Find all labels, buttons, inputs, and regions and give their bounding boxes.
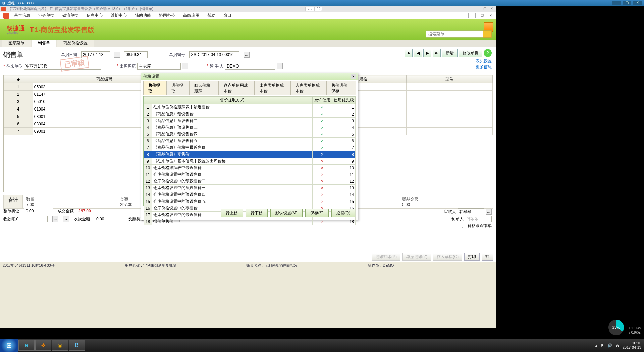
dialog-row[interactable]: 2《商品信息》预设售价一✓2 bbox=[144, 111, 356, 118]
menu-money[interactable]: 钱流单据 bbox=[59, 13, 82, 18]
price-track-checkbox[interactable] bbox=[462, 224, 466, 228]
header-settings-link[interactable]: 表头设置 bbox=[476, 58, 492, 64]
tab-graph-menu[interactable]: 图形菜单 bbox=[2, 39, 31, 47]
nav-first[interactable]: ⏮ bbox=[405, 49, 413, 57]
menu-coop[interactable]: 协同办公 bbox=[156, 13, 178, 18]
tray-up-icon[interactable]: ▴ bbox=[595, 343, 597, 348]
menu-window[interactable]: 窗口 bbox=[220, 13, 235, 18]
mdi-close[interactable]: ✕ bbox=[486, 13, 493, 18]
default-button[interactable]: 默认设置(M) bbox=[270, 209, 303, 217]
dialog-row[interactable]: 13仓库价格设置中的预设售价三×13 bbox=[144, 185, 356, 191]
chevron-down-icon[interactable]: ⌄⌄ bbox=[305, 7, 315, 11]
account-picker[interactable]: … bbox=[52, 216, 58, 222]
menu-adv[interactable]: 高级应用 bbox=[180, 13, 203, 18]
tab-sales[interactable]: 销售单 bbox=[32, 39, 56, 47]
dialog-row[interactable]: 4《商品信息》预设售价三✓4 bbox=[144, 124, 356, 131]
mdi-min[interactable]: – bbox=[468, 13, 476, 18]
app-max[interactable]: ▢ bbox=[481, 7, 488, 11]
tray-clock[interactable]: 10:16 2017-04-13 bbox=[623, 341, 641, 349]
totaldisc-input[interactable]: 0.00 bbox=[24, 208, 53, 214]
auditor-picker[interactable]: … bbox=[486, 209, 492, 215]
tray-network-icon[interactable]: 🖧 bbox=[615, 343, 619, 347]
remote-max[interactable]: ▢ bbox=[623, 1, 631, 5]
app-close[interactable]: ✕ bbox=[488, 7, 495, 11]
menu-search-input[interactable] bbox=[426, 30, 483, 38]
taskbar-app1-icon[interactable]: ❖ bbox=[35, 340, 51, 351]
time-input[interactable]: 08:59:34 bbox=[124, 51, 148, 58]
auditor-input[interactable]: 韩翠翠 bbox=[458, 208, 484, 215]
nav-last[interactable]: ⏭ bbox=[433, 49, 441, 57]
status-datetime: 2017年04月13日 10时16分00秒 bbox=[3, 263, 55, 268]
dialog-row[interactable]: 10仓库价格跟踪表中最近售价×10 bbox=[144, 165, 356, 171]
menu-biz[interactable]: 业务单据 bbox=[35, 13, 58, 18]
dialog-row[interactable]: 1往来单位价格跟踪表中最近售价✓1 bbox=[144, 104, 356, 111]
menu-help[interactable]: 帮助 bbox=[204, 13, 219, 18]
dialog-row[interactable]: 9《往来单位》基本信息中设置的出库价格×9 bbox=[144, 158, 356, 165]
dialog-close[interactable]: ✕ bbox=[351, 74, 356, 79]
post-print-button[interactable]: 过账打印(P) bbox=[372, 253, 400, 261]
dialog-tab-buy[interactable]: 进价提取 bbox=[166, 81, 190, 95]
dialog-row[interactable]: 7《商品信息》价格中最近售价✓7 bbox=[144, 144, 356, 151]
dialog-row[interactable]: 3《商品信息》预设售价二✓3 bbox=[144, 118, 356, 124]
start-button[interactable]: ⊞ bbox=[0, 339, 18, 352]
recv-input[interactable]: 0.00 bbox=[95, 216, 123, 222]
nav-next[interactable]: ▶ bbox=[423, 49, 431, 57]
remote-min[interactable]: — bbox=[612, 1, 621, 5]
account-input[interactable] bbox=[24, 216, 48, 222]
save-button[interactable]: 保存(S) bbox=[305, 209, 329, 217]
dialog-row[interactable]: 11仓库价格设置中的预设售价一×11 bbox=[144, 171, 356, 178]
back-button[interactable]: 返回(Q) bbox=[331, 209, 355, 217]
system-tray[interactable]: ▴ ⚑ 🔊 🖧 10:16 2017-04-13 bbox=[595, 341, 644, 349]
status-user: 用户名称：宝利来烟酒副食批发 bbox=[125, 263, 176, 268]
menu-maint[interactable]: 维护中心 bbox=[107, 13, 130, 18]
doc-no-input[interactable]: XSD-2017-04-13-00016 bbox=[189, 51, 239, 58]
doc-no-picker[interactable]: … bbox=[244, 52, 250, 58]
draft-button[interactable]: 存入草稿(C) bbox=[433, 253, 462, 261]
taskbar-ie-icon[interactable]: e bbox=[18, 340, 35, 351]
new-button[interactable]: 新增 bbox=[442, 49, 458, 57]
dialog-tab-incost[interactable]: 入库类单据成本价 bbox=[290, 81, 326, 95]
remote-close[interactable]: ✕ bbox=[633, 1, 642, 5]
tray-flag-icon[interactable]: ⚑ bbox=[601, 343, 604, 348]
date-picker-button[interactable]: … bbox=[114, 52, 120, 58]
tray-volume-icon[interactable]: 🔊 bbox=[607, 343, 612, 348]
warehouse-picker[interactable]: … bbox=[182, 63, 188, 69]
account-up-icon[interactable]: ▴ bbox=[63, 216, 69, 222]
tab-price-setting[interactable]: 商品价格设置 bbox=[57, 39, 94, 47]
dialog-row[interactable]: 6《商品信息》预设售价五✓6 bbox=[144, 138, 356, 144]
warehouse-input[interactable]: 主仓库 bbox=[137, 63, 181, 70]
dialog-grid[interactable]: 售价提取方式 允许使用 使用优先级 1往来单位价格跟踪表中最近售价✓12《商品信… bbox=[143, 96, 356, 206]
dialog-row[interactable]: 12仓库价格设置中的预设售价二×12 bbox=[144, 178, 356, 185]
edit-button[interactable]: 修改单据 bbox=[459, 49, 482, 57]
row-down-button[interactable]: 行下移 bbox=[246, 209, 268, 217]
print-button[interactable]: 打印 bbox=[464, 253, 480, 261]
dialog-row[interactable]: 8《商品信息》零售价×8 bbox=[144, 151, 356, 158]
row-up-button[interactable]: 行上移 bbox=[221, 209, 243, 217]
handler-input[interactable]: DEMO bbox=[225, 63, 275, 70]
handler-picker[interactable]: … bbox=[277, 63, 283, 69]
taskbar-app3-icon[interactable]: B bbox=[69, 340, 85, 351]
dialog-row[interactable]: 5《商品信息》预设售价四✓5 bbox=[144, 131, 356, 138]
dialog-tab-save[interactable]: 售价进价保存 bbox=[326, 81, 356, 95]
app-min[interactable]: — bbox=[474, 7, 481, 11]
taskbar-app2-icon[interactable]: ◎ bbox=[52, 340, 68, 351]
dialog-tab-stockcheck[interactable]: 盘点单使用成本价 bbox=[219, 81, 255, 95]
search-icon[interactable] bbox=[483, 30, 492, 38]
menu-basic[interactable]: 基本信息 bbox=[11, 13, 34, 18]
dialog-tab-sell[interactable]: 售价提取 bbox=[143, 81, 166, 95]
help-icon[interactable]: ? bbox=[484, 49, 492, 57]
mdi-restore[interactable]: ❐ bbox=[477, 13, 484, 18]
dialog-tab-default-track[interactable]: 默认价格跟踪 bbox=[189, 81, 219, 95]
dialog-row[interactable]: 14仓库价格设置中的预设售价四×14 bbox=[144, 191, 356, 198]
menu-assist[interactable]: 辅助功能 bbox=[131, 13, 154, 18]
more-info-link[interactable]: 更多信息 bbox=[476, 64, 492, 70]
col-model[interactable]: 型号 bbox=[406, 75, 492, 83]
menu-info[interactable]: 信息中心 bbox=[83, 13, 106, 18]
post-button[interactable]: 单据过账(Z) bbox=[402, 253, 431, 261]
dialog-row[interactable]: 15仓库价格设置中的预设售价五×15 bbox=[144, 198, 356, 205]
system-monitor-widget[interactable]: 33% bbox=[608, 320, 624, 335]
print-menu-button[interactable]: 打 bbox=[482, 253, 493, 261]
expand-icon[interactable]: ⛶ bbox=[315, 7, 322, 11]
nav-prev[interactable]: ◀ bbox=[414, 49, 422, 57]
dialog-tab-outcost[interactable]: 出库类单据成本价 bbox=[255, 81, 290, 95]
